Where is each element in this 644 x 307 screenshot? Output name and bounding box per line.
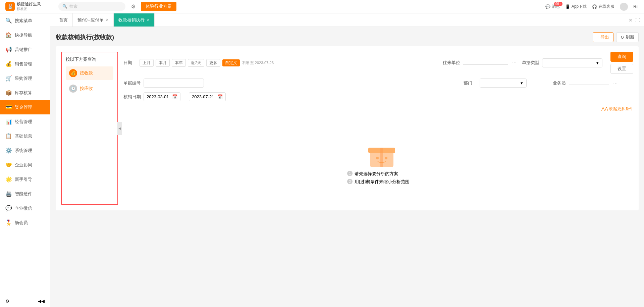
sidebar-label-7: 经营管理	[15, 119, 32, 125]
sidebar-icon-8: 📋	[5, 133, 12, 139]
sidebar-item-10[interactable]: 🤝企业协同	[0, 158, 50, 172]
sidebar-item-8[interactable]: 📋基础信息	[0, 129, 50, 143]
date-custom-badge: 自定义	[222, 59, 240, 66]
home-tab-label: 首页	[59, 17, 68, 23]
settings-bottom-icon[interactable]: ⚙	[5, 299, 9, 304]
sidebar-item-9[interactable]: ⚙️系统管理	[0, 143, 50, 158]
user-name: Rit	[633, 4, 639, 9]
filter-item-by-receipt[interactable]: 💰 按收款	[66, 66, 113, 80]
sidebar-icon-3: 💰	[5, 61, 12, 67]
counterpart-input[interactable]	[463, 61, 508, 65]
service-item[interactable]: 🎧 在线客服	[592, 4, 614, 9]
sidebar-item-14[interactable]: 🎖️畅会员	[0, 215, 50, 230]
salesperson-label: 业务员	[553, 80, 566, 86]
sidebar-icon-4: 🛒	[5, 75, 12, 82]
dept-field: 部门 ▾	[464, 79, 547, 88]
date-separator: —	[182, 94, 187, 99]
date-field: 日期 上月 本月 本年 近7天 更多 自定义 不限 至 2023-07-26	[123, 59, 437, 67]
dept-select[interactable]: ▾	[480, 79, 527, 88]
date-btn-last-month[interactable]: 上月	[140, 59, 154, 67]
doc-type-select[interactable]: ▾	[542, 58, 602, 67]
empty-text: 1 请先选择要分析的方案 2 用[过滤]条件来缩小分析范围	[347, 171, 409, 185]
brand-sub: 标准版	[17, 7, 41, 11]
search-row-3: 核销日期 2023-03-01 📅 — 2023-07-21 📅	[123, 92, 633, 101]
sidebar-item-2[interactable]: 📢营销推广	[0, 42, 50, 57]
sidebar-icon-5: 📦	[5, 90, 12, 96]
brand-logo-icon: 🐰	[5, 2, 15, 11]
sidebar-item-7[interactable]: 📊经营管理	[0, 114, 50, 129]
tab-bar: 首页 预付冲应付单 ✕ 收款核销执行 ✕ ✕ ⛶	[50, 13, 644, 27]
doc-number-label: 单据编号	[123, 80, 141, 86]
collapse-more-label: 收起更多条件	[609, 106, 633, 111]
filter-item-receivable-label: 按应收	[80, 86, 93, 92]
doc-type-field: 单据类型 ▾	[522, 58, 602, 67]
main-content: 首页 预付冲应付单 ✕ 收款核销执行 ✕ ✕ ⛶ 收款核销执行(按收款)	[50, 13, 644, 307]
tab-writeoff-label: 收款核销执行	[118, 17, 145, 23]
sidebar-item-6[interactable]: 💳资金管理	[0, 100, 50, 114]
sidebar-label-10: 企业协同	[15, 162, 32, 168]
search-panel: 日期 上月 本月 本年 近7天 更多 自定义 不限 至 2023-07-26	[123, 52, 633, 205]
date-label: 日期	[123, 60, 137, 66]
verify-date-start[interactable]: 2023-03-01 📅	[144, 92, 180, 101]
industry-button[interactable]: 体验行业方案	[141, 2, 176, 11]
tab-prepay[interactable]: 预付冲应付单 ✕	[73, 13, 114, 27]
export-button[interactable]: ↑ 导出	[593, 32, 614, 42]
salesperson-input[interactable]	[569, 81, 609, 85]
app-download-item[interactable]: 📱 App下载	[565, 4, 587, 9]
collapse-sidebar-icon[interactable]: ◀◀	[38, 299, 45, 304]
sidebar-icon-7: 📊	[5, 118, 12, 125]
salesperson-field: 业务员 ···	[553, 80, 633, 86]
query-button[interactable]: 查询	[610, 52, 633, 62]
verify-date-end[interactable]: 2023-07-21 📅	[189, 92, 226, 101]
message-icon: 💬	[545, 4, 550, 9]
content-body: 按以下方案查询 💰 按收款 🕐 按应收 ◀	[56, 46, 639, 210]
date-range: 2023-03-01 📅 — 2023-07-21 📅	[144, 92, 226, 101]
dept-chevron-icon: ▾	[521, 81, 523, 86]
date-btn-this-month[interactable]: 本月	[156, 59, 170, 67]
filter-item-by-receivable[interactable]: 🕐 按应收	[66, 82, 113, 95]
message-icon-item[interactable]: 💬 消息 99+	[545, 4, 560, 9]
tab-writeoff-close[interactable]: ✕	[147, 18, 150, 22]
message-badge: 99+	[554, 2, 562, 6]
sidebar-item-12[interactable]: 🖨️智能硬件	[0, 187, 50, 201]
step-num-2: 2	[347, 179, 353, 184]
date-btn-more[interactable]: 更多	[206, 59, 220, 67]
date-btn-7days[interactable]: 近7天	[188, 59, 204, 67]
refresh-button[interactable]: ↻ 刷新	[616, 32, 639, 42]
doc-type-label: 单据类型	[522, 60, 539, 66]
sidebar-item-1[interactable]: 🏠快捷导航	[0, 28, 50, 42]
sidebar-label-3: 销售管理	[15, 61, 32, 67]
salesperson-more-icon[interactable]: ···	[613, 80, 618, 86]
counterpart-field: 往来单位 ···	[443, 60, 517, 66]
collapse-more-btn[interactable]: ⋀⋀ 收起更多条件	[123, 106, 633, 112]
setting-button[interactable]: 设置	[610, 64, 633, 74]
sidebar-icon-10: 🤝	[5, 162, 12, 168]
settings-icon[interactable]: ⚙	[131, 3, 136, 10]
expand-icon[interactable]: ⛶	[635, 17, 640, 23]
sidebar: 🔍搜索菜单🏠快捷导航📢营销推广💰销售管理🛒采购管理📦库存核算💳资金管理📊经营管理…	[0, 13, 50, 307]
tab-prepay-close[interactable]: ✕	[106, 18, 109, 22]
close-all-icon[interactable]: ✕	[629, 17, 633, 23]
sidebar-item-11[interactable]: 🌟新手引导	[0, 172, 50, 187]
counterpart-more-icon[interactable]: ···	[512, 60, 517, 66]
refresh-icon: ↻	[621, 35, 624, 40]
user-avatar[interactable]	[620, 3, 628, 11]
sidebar-item-5[interactable]: 📦库存核算	[0, 86, 50, 100]
query-actions: 查询 设置	[610, 52, 633, 74]
receivable-icon: 🕐	[69, 85, 77, 93]
filter-collapse-btn[interactable]: ◀	[117, 122, 122, 135]
top-bar-right: 💬 消息 99+ 📱 App下载 🎧 在线客服 Rit	[545, 3, 639, 11]
date-btn-this-year[interactable]: 本年	[172, 59, 186, 67]
tab-writeoff[interactable]: 收款核销执行 ✕	[114, 13, 155, 27]
receipt-icon: 💰	[69, 69, 77, 77]
service-label: 在线客服	[598, 4, 614, 9]
doc-number-input[interactable]	[144, 79, 204, 88]
sidebar-item-4[interactable]: 🛒采购管理	[0, 71, 50, 86]
sidebar-icon-11: 🌟	[5, 176, 12, 183]
dept-label: 部门	[464, 80, 477, 86]
sidebar-item-13[interactable]: 💬企业微信	[0, 201, 50, 215]
tab-home[interactable]: 首页	[54, 13, 73, 27]
sidebar-item-0[interactable]: 🔍搜索菜单	[0, 13, 50, 28]
sidebar-item-3[interactable]: 💰销售管理	[0, 57, 50, 71]
sidebar-icon-13: 💬	[5, 205, 12, 211]
